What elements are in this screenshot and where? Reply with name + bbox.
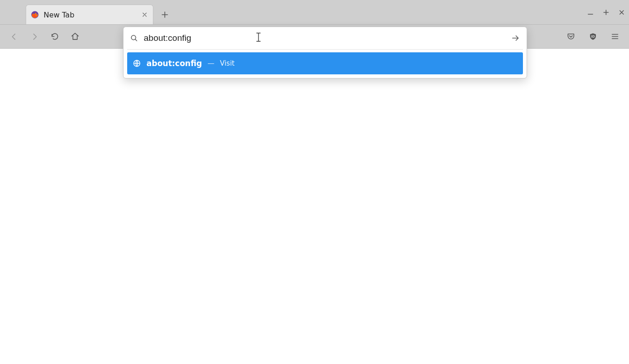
suggestion-action: Visit xyxy=(220,59,235,67)
tab-new-tab[interactable]: New Tab xyxy=(26,5,153,24)
new-tab-button[interactable] xyxy=(157,7,173,22)
forward-button[interactable] xyxy=(27,29,42,45)
firefox-icon xyxy=(31,11,39,19)
urlbar[interactable] xyxy=(124,27,527,49)
url-suggestion[interactable]: about:config — Visit xyxy=(127,52,523,74)
page-content xyxy=(0,49,629,364)
window-close-icon[interactable] xyxy=(618,9,625,16)
suggestion-separator xyxy=(127,49,523,50)
urlbar-input[interactable] xyxy=(144,33,505,43)
window-maximize-icon[interactable] xyxy=(602,9,610,16)
title-bar: New Tab xyxy=(0,0,629,25)
urlbar-popup: about:config — Visit xyxy=(123,27,527,78)
hamburger-menu-button[interactable] xyxy=(607,29,623,45)
pocket-button[interactable] xyxy=(563,29,578,45)
search-icon xyxy=(130,34,138,42)
tab-close-icon[interactable] xyxy=(141,11,148,18)
tab-title: New Tab xyxy=(44,11,136,19)
home-button[interactable] xyxy=(67,29,83,45)
suggestion-dash: — xyxy=(208,59,214,67)
suggestion-title: about:config xyxy=(146,59,202,68)
window-controls xyxy=(587,0,625,24)
go-arrow-icon[interactable] xyxy=(511,34,520,43)
reload-button[interactable] xyxy=(47,29,62,45)
globe-icon xyxy=(133,59,141,67)
ublock-button[interactable]: ID xyxy=(585,29,601,45)
window-minimize-icon[interactable] xyxy=(587,9,594,16)
back-button[interactable] xyxy=(6,29,22,45)
svg-text:ID: ID xyxy=(591,34,595,39)
